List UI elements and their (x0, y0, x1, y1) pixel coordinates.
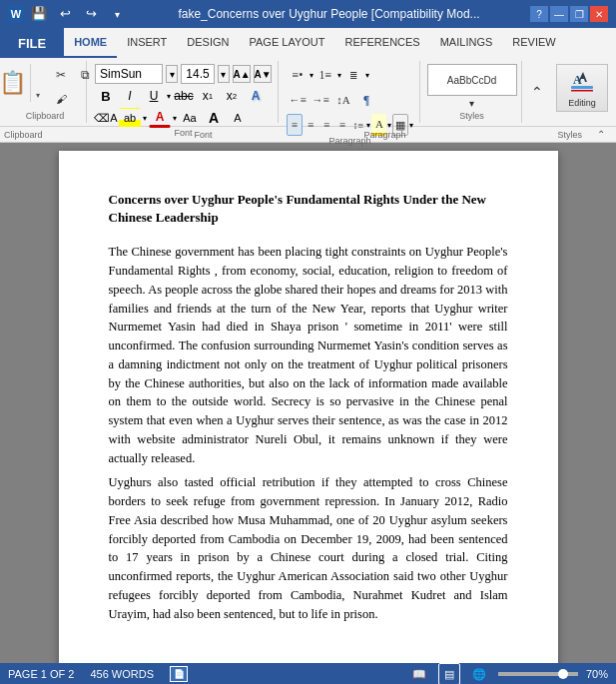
styles-label-bottom: Styles (428, 111, 515, 123)
page-indicator[interactable]: PAGE 1 OF 2 (8, 668, 74, 680)
font-name-input[interactable]: SimSun (95, 64, 163, 84)
clipboard-bottom-label: Clipboard (4, 130, 43, 140)
styles-section: AaBbCcDd ▾ Styles (422, 61, 522, 123)
font-label: Font (95, 128, 272, 140)
paste-top: 📋 ▾ (0, 64, 44, 102)
numbering-dropdown[interactable]: ▾ (337, 71, 341, 80)
tab-design[interactable]: DESIGN (177, 28, 239, 58)
highlight-dropdown[interactable]: ▾ (143, 114, 147, 123)
tab-insert[interactable]: INSERT (117, 28, 177, 58)
styles-box[interactable]: AaBbCcDd (427, 64, 517, 96)
shading-dropdown[interactable]: ▾ (387, 121, 391, 130)
editing-label: Editing (568, 98, 596, 108)
highlight-button[interactable]: ab (119, 108, 141, 128)
font-section: SimSun ▾ 14.5 ▾ A▲ A▼ B I U ▾ abc x1 x2 … (89, 61, 279, 123)
tab-row: FILE HOME INSERT DESIGN PAGE LAYOUT REFE… (0, 28, 616, 58)
status-bar: PAGE 1 OF 2 456 WORDS 📄 📖 ▤ 🌐 70% (0, 663, 616, 684)
font-color-dropdown[interactable]: ▾ (173, 114, 177, 123)
toolbar-row: 📋 ▾ ✂ ⧉ 🖌 Clipboard (0, 58, 616, 126)
paste-cluster: 📋 ▾ (0, 64, 44, 102)
format-painter-button[interactable]: 🖌 (50, 88, 72, 110)
zoom-thumb[interactable] (558, 669, 568, 679)
tab-review[interactable]: REVIEW (502, 28, 565, 58)
tab-mailings[interactable]: MAILINGS (430, 28, 503, 58)
restore-button[interactable]: ❐ (570, 6, 588, 22)
clear-format-button[interactable]: ⌫A (95, 108, 117, 128)
tab-references[interactable]: REFERENCES (335, 28, 430, 58)
underline-dropdown[interactable]: ▾ (167, 92, 171, 101)
paste-button[interactable]: 📋 (0, 64, 30, 102)
paragraph-2: Uyghurs also tasted official retribution… (109, 473, 508, 623)
editing-button[interactable]: A Editing (556, 64, 608, 112)
bullets-button[interactable]: ≡• (287, 64, 308, 86)
styles-arrow-button[interactable]: ⌃ (526, 81, 548, 103)
editing-section-label (558, 121, 606, 123)
svg-rect-1 (571, 90, 593, 92)
underline-button[interactable]: U (143, 86, 165, 106)
font-name-row: SimSun ▾ 14.5 ▾ A▲ A▼ (95, 61, 272, 84)
font-name-dropdown[interactable]: ▾ (166, 65, 178, 83)
tab-page-layout[interactable]: PAGE LAYOUT (240, 28, 335, 58)
superscript-button[interactable]: x2 (221, 86, 243, 106)
decrease-indent-button[interactable]: ←≡ (287, 89, 308, 111)
show-hide-button[interactable]: ¶ (355, 89, 377, 111)
paste-dropdown[interactable]: ▾ (30, 64, 44, 102)
redo-icon[interactable]: ↪ (80, 3, 102, 25)
tab-file[interactable]: FILE (0, 28, 64, 58)
font-size-dropdown[interactable]: ▾ (218, 65, 230, 83)
font-color-button[interactable]: A (149, 108, 171, 128)
clipboard-label: Clipboard (8, 111, 82, 123)
cut-button[interactable]: ✂ (50, 64, 72, 86)
italic-button[interactable]: I (119, 86, 141, 106)
font-decrease-button[interactable]: A▼ (254, 65, 272, 83)
font-color2-button[interactable]: Aa (179, 108, 201, 128)
save-icon[interactable]: 💾 (28, 3, 50, 25)
zoom-slider[interactable] (498, 672, 578, 676)
text-effects-button[interactable]: A (245, 86, 267, 106)
styles-bottom-label: Styles (557, 130, 582, 140)
font-size-up-btn[interactable]: A (203, 108, 225, 128)
title-bar: W 💾 ↩ ↪ ▾ fake_Concerns over Uyghur Peop… (0, 0, 616, 28)
subscript-button[interactable]: x1 (197, 86, 219, 106)
multilevel-button[interactable]: ≣ (342, 64, 364, 86)
ribbon: FILE HOME INSERT DESIGN PAGE LAYOUT REFE… (0, 28, 616, 143)
minimize-button[interactable]: — (550, 6, 568, 22)
bold-button[interactable]: B (95, 86, 117, 106)
sort-button[interactable]: ↕A (332, 89, 354, 111)
line-spacing-dropdown[interactable]: ▾ (366, 121, 370, 130)
undo-icon[interactable]: ↩ (54, 3, 76, 25)
justify-button[interactable]: ≡ (335, 114, 350, 136)
font-size-input[interactable]: 14.5 (181, 64, 214, 84)
document-area[interactable]: Concerns over Uyghur People's Fundamenta… (0, 143, 616, 663)
align-left-button[interactable]: ≡ (287, 114, 303, 136)
numbering-button[interactable]: 1≡ (314, 64, 336, 86)
customize-icon[interactable]: ▾ (106, 3, 128, 25)
paragraph-section: ≡• ▾ 1≡ ▾ ≣ ▾ ←≡ →≡ ↕A ¶ ≡ ≡ ≡ ≡ ↕≡ ▾ A (281, 61, 420, 123)
multilevel-dropdown[interactable]: ▾ (365, 71, 369, 80)
title-icons: W 💾 ↩ ↪ ▾ (8, 3, 128, 25)
para-row1: ≡• ▾ 1≡ ▾ ≣ ▾ (287, 61, 413, 86)
styles-expand-button[interactable]: ▾ (461, 96, 483, 111)
ribbon-collapse-button[interactable]: ⌃ (590, 124, 612, 146)
paragraph-1: The Chinese government has been placing … (109, 243, 508, 467)
editing-svg: A (568, 68, 596, 96)
bullets-dropdown[interactable]: ▾ (309, 71, 313, 80)
close-button[interactable]: ✕ (590, 6, 608, 22)
align-right-button[interactable]: ≡ (319, 114, 334, 136)
border-dropdown[interactable]: ▾ (409, 121, 413, 130)
align-center-button[interactable]: ≡ (304, 114, 318, 136)
help-button[interactable]: ? (530, 6, 548, 22)
word-count[interactable]: 456 WORDS (90, 668, 154, 680)
font-size-down-btn[interactable]: A (227, 108, 249, 128)
font-color-row: ⌫A ab ▾ A ▾ Aa A A (95, 108, 272, 128)
font-increase-button[interactable]: A▲ (233, 65, 251, 83)
editing-icon: A (568, 68, 596, 96)
document-body[interactable]: The Chinese government has been placing … (109, 243, 508, 623)
view-web-button[interactable]: 🌐 (468, 663, 490, 684)
increase-indent-button[interactable]: →≡ (309, 89, 331, 111)
para-row2: ←≡ →≡ ↕A ¶ (287, 86, 413, 111)
view-read-button[interactable]: 📖 (408, 663, 430, 684)
view-print-button[interactable]: ▤ (438, 663, 460, 684)
tab-home[interactable]: HOME (64, 28, 117, 58)
strikethrough-button[interactable]: abc (173, 86, 195, 106)
